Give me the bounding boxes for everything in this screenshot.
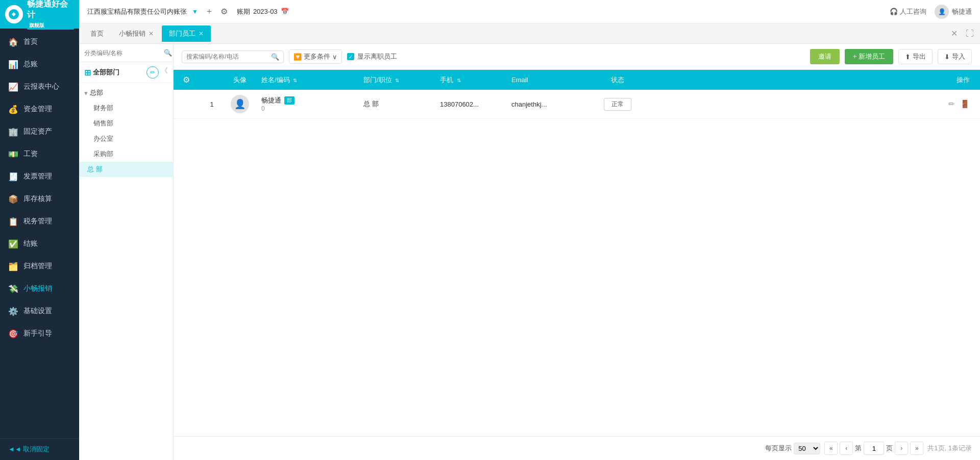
status-badge: 正常 <box>604 98 631 111</box>
sidebar-item-label: 发票管理 <box>23 172 52 181</box>
export-button[interactable]: ⬆ 导出 <box>898 49 933 64</box>
search-icon[interactable]: 🔍 <box>271 53 279 61</box>
avatar: 👤 <box>231 95 249 113</box>
sort-icon-name: ⇅ <box>293 78 297 83</box>
sidebar-item-label: 归档管理 <box>23 262 52 271</box>
sidebar-item-settings[interactable]: ⚙️ 基础设置 <box>0 300 79 322</box>
tab-close-action[interactable]: ✕ <box>949 27 960 40</box>
row-settings <box>174 90 199 119</box>
sidebar-item-label: 总账 <box>23 60 38 69</box>
filter-button[interactable]: 🔽 更多条件 ∨ <box>289 49 342 64</box>
sidebar-item-label: 云报表中心 <box>23 82 59 91</box>
sidebar-unpin[interactable]: ◄◄ 取消固定 <box>0 438 79 460</box>
sidebar-item-label: 基础设置 <box>23 306 52 316</box>
support-label: 人工咨询 <box>900 7 926 16</box>
dept-sub-label: 财务部 <box>93 104 113 112</box>
tab-expense-close[interactable]: ✕ <box>149 30 154 37</box>
sidebar-item-tax[interactable]: 📋 税务管理 <box>0 210 79 233</box>
dept-search-icon[interactable]: 🔍 <box>164 49 172 57</box>
invite-button[interactable]: 邀请 <box>810 49 840 64</box>
tab-home[interactable]: 首页 <box>83 25 111 42</box>
sidebar-item-assets[interactable]: 🏢 固定资产 <box>0 120 79 143</box>
sidebar-item-inventory[interactable]: 📦 库存核算 <box>0 188 79 210</box>
sidebar-item-funds[interactable]: 💰 资金管理 <box>0 98 79 120</box>
sort-icon-dept: ⇅ <box>395 78 399 83</box>
dept-node-purchase[interactable]: 采购部 <box>79 146 173 162</box>
all-dept-label: 全部部门 <box>93 68 119 77</box>
employee-table: ⚙ 头像 姓名/编码 ⇅ 部门/职位 <box>174 70 980 119</box>
headset-icon: 🎧 <box>890 8 898 15</box>
invoice-icon: 🧾 <box>8 171 18 182</box>
sidebar-item-ledger[interactable]: 📊 总账 <box>0 53 79 75</box>
toolbar-right: 邀请 + 新增员工 ⬆ 导出 ⬇ 导入 <box>810 49 972 64</box>
dept-node-general[interactable]: ▾ 总部 <box>79 85 173 100</box>
reports-icon: 📈 <box>8 82 18 92</box>
support-button[interactable]: 🎧 人工咨询 <box>890 7 926 16</box>
employee-code: 0 <box>261 105 351 112</box>
last-page-button[interactable]: » <box>910 442 923 455</box>
row-name-cell: 畅捷通 部 0 <box>255 90 357 119</box>
dept-node-sales[interactable]: 销售部 <box>79 116 173 131</box>
company-dropdown[interactable]: ▼ <box>192 8 198 15</box>
period-info: 账期 2023-03 📅 <box>237 7 289 16</box>
col-phone[interactable]: 手机 ⇅ <box>434 70 505 90</box>
sidebar-item-invoice[interactable]: 🧾 发票管理 <box>0 165 79 188</box>
row-email-cell: chanjethkj... <box>505 90 587 119</box>
show-resigned-toggle[interactable]: ✓ 显示离职员工 <box>347 52 397 61</box>
dept-collapse-button[interactable]: 《 <box>161 66 168 79</box>
filter-label: 更多条件 <box>304 52 330 61</box>
topbar-settings-button[interactable]: ⚙ <box>220 7 228 16</box>
period-value: 2023-03 <box>253 8 278 15</box>
dept-node-total[interactable]: 总 部 <box>79 162 173 177</box>
col-dept[interactable]: 部门/职位 ⇅ <box>357 70 434 90</box>
import-label: 导入 <box>952 52 965 61</box>
add-employee-button[interactable]: + 新增员工 <box>845 49 893 64</box>
tab-dept-employee[interactable]: 部门员工 ✕ <box>162 25 211 42</box>
tab-expense[interactable]: 小畅报销 ✕ <box>112 25 161 42</box>
edit-icon[interactable]: ✏ <box>948 99 955 109</box>
employee-table-body: 1 👤 畅捷通 部 0 总 部 <box>174 90 980 119</box>
next-page-button[interactable]: › <box>895 442 908 455</box>
sidebar-item-archive[interactable]: 🗂️ 归档管理 <box>0 255 79 277</box>
sidebar-item-home[interactable]: 🏠 首页 <box>0 31 79 53</box>
resigned-checkbox[interactable]: ✓ <box>347 53 354 60</box>
tab-dept-close[interactable]: ✕ <box>199 30 204 37</box>
sidebar-item-label: 固定资产 <box>23 127 52 136</box>
pagination: « ‹ 第 页 › » <box>824 442 923 455</box>
dept-node-office[interactable]: 办公室 <box>79 131 173 146</box>
sidebar-item-closing[interactable]: ✅ 结账 <box>0 233 79 255</box>
sidebar-item-label: 新手引导 <box>23 329 52 338</box>
dept-search-input[interactable] <box>84 49 161 57</box>
all-dept-title: ⊞ 全部部门 <box>84 68 143 78</box>
sidebar-item-expense[interactable]: 💸 小畅报销 <box>0 277 79 300</box>
page-number-input[interactable] <box>864 442 884 455</box>
dept-edit-button[interactable]: ✏ <box>146 66 159 79</box>
calendar-icon[interactable]: 📅 <box>281 8 289 15</box>
employee-name: 畅捷通 部 <box>261 96 351 105</box>
user-menu[interactable]: 👤 畅捷通 <box>935 5 972 19</box>
add-company-button[interactable]: ＋ <box>203 6 215 17</box>
grid-icon: ⊞ <box>84 68 91 78</box>
import-button[interactable]: ⬇ 导入 <box>938 49 972 64</box>
prev-page-button[interactable]: ‹ <box>840 442 853 455</box>
logout-icon[interactable]: 🚪 <box>960 99 970 109</box>
first-page-button[interactable]: « <box>824 442 838 455</box>
sidebar-item-label: 库存核算 <box>23 194 52 203</box>
col-name[interactable]: 姓名/编码 ⇅ <box>255 70 357 90</box>
per-page-dropdown[interactable]: 50 10 20 100 <box>794 443 820 454</box>
col-settings[interactable]: ⚙ <box>174 70 199 90</box>
dept-node-finance[interactable]: 财务部 <box>79 100 173 116</box>
table-settings-icon[interactable]: ⚙ <box>183 75 190 84</box>
tab-expense-label: 小畅报销 <box>119 29 145 38</box>
dept-panel: 🔍 ⊞ 全部部门 ✏ 《 ▾ 总部 财务部 <box>79 44 174 460</box>
sidebar-logo: 畅捷通好会计 旗舰版 <box>0 0 79 29</box>
tab-expand-action[interactable]: ⛶ <box>964 27 976 40</box>
tabs-actions: ✕ ⛶ <box>949 27 976 40</box>
chevron-down-icon: ∨ <box>332 53 337 61</box>
sidebar-item-salary[interactable]: 💵 工资 <box>0 143 79 165</box>
search-input[interactable] <box>186 53 268 60</box>
sidebar-item-reports[interactable]: 📈 云报表中心 <box>0 75 79 98</box>
sidebar-item-guide[interactable]: 🎯 新手引导 <box>0 322 79 345</box>
main-area: 江西服宝精品有限责任公司内账张 ▼ ＋ ⚙ 账期 2023-03 📅 🎧 人工咨… <box>79 0 980 460</box>
sidebar-item-label: 工资 <box>23 149 38 159</box>
